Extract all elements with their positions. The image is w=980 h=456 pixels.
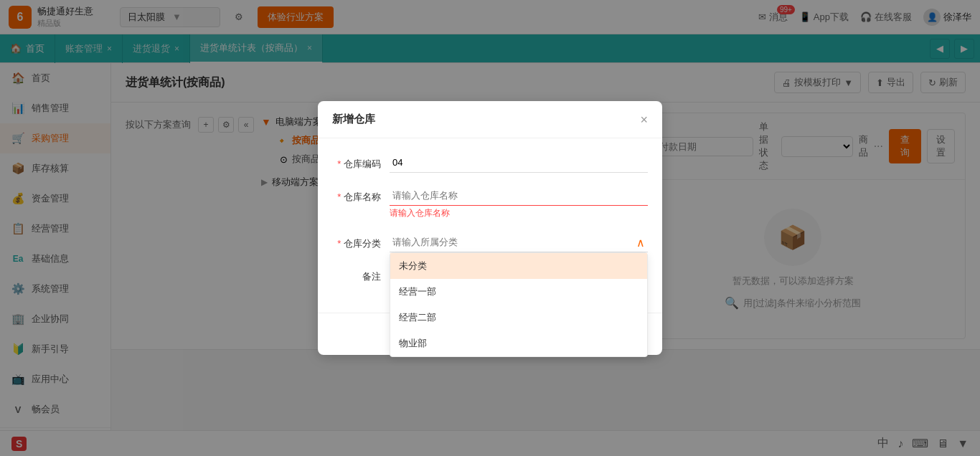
dropdown-item-none[interactable]: 未分类 — [390, 253, 647, 279]
code-label: 仓库编码 — [332, 153, 390, 171]
dropdown-item-property[interactable]: 物业部 — [390, 331, 647, 356]
category-dropdown: 未分类 经营一部 经营二部 物业部 — [390, 252, 648, 357]
category-label: 仓库分类 — [332, 232, 390, 250]
code-control — [390, 153, 648, 173]
dialog-body: 仓库编码 仓库名称 请输入仓库名称 仓库分类 ∧ — [318, 138, 662, 313]
dropdown-item-dept2[interactable]: 经营二部 — [390, 305, 647, 331]
dropdown-item-dept1[interactable]: 经营一部 — [390, 279, 647, 305]
name-label: 仓库名称 — [332, 186, 390, 204]
category-input[interactable] — [390, 232, 648, 252]
category-arrow-icon[interactable]: ∧ — [636, 236, 645, 250]
name-control: 请输入仓库名称 — [390, 186, 648, 219]
dialog-title: 新增仓库 — [332, 113, 375, 126]
modal-overlay: 新增仓库 × 仓库编码 仓库名称 请输入仓库名称 仓库分类 — [0, 0, 980, 456]
form-row-name: 仓库名称 请输入仓库名称 — [332, 186, 648, 219]
dialog-header: 新增仓库 × — [318, 101, 662, 138]
code-input[interactable] — [390, 153, 648, 173]
note-label: 备注 — [332, 265, 390, 283]
new-warehouse-dialog: 新增仓库 × 仓库编码 仓库名称 请输入仓库名称 仓库分类 — [318, 101, 662, 355]
form-row-category: 仓库分类 ∧ 未分类 经营一部 经营二部 物业部 — [332, 232, 648, 252]
category-control: ∧ 未分类 经营一部 经营二部 物业部 — [390, 232, 648, 252]
dialog-close-button[interactable]: × — [640, 113, 648, 126]
name-error-message: 请输入仓库名称 — [390, 207, 648, 219]
form-row-code: 仓库编码 — [332, 153, 648, 173]
name-input[interactable] — [390, 186, 648, 206]
